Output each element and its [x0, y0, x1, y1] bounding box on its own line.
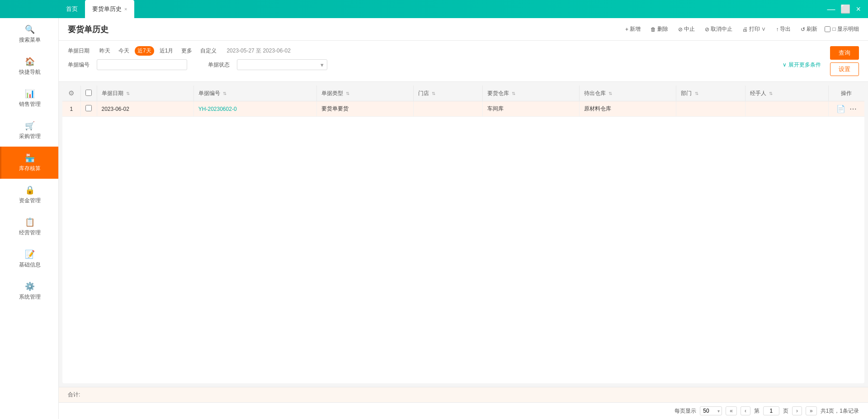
custom-shortcut[interactable]: 自定义: [198, 46, 219, 56]
col-pending-warehouse: 待出仓库 ⇅: [580, 86, 676, 101]
quick-nav-icon: 🏠: [25, 57, 35, 67]
export-icon: ↑: [776, 26, 778, 33]
row-store: [414, 101, 483, 117]
tab-requisition-history[interactable]: 要货单历史 ×: [85, 0, 134, 18]
first-page-btn[interactable]: «: [726, 406, 737, 415]
table-header-row: ⚙ 单据日期 ⇅ 单据编号 ⇅: [62, 86, 864, 101]
page-title: 要货单历史: [68, 24, 108, 35]
col-doc-date: 单据日期 ⇅: [97, 86, 193, 101]
date-range-text: 2023-05-27 至 2023-06-02: [226, 47, 290, 55]
col-ops: 操作: [828, 86, 864, 101]
col-handler: 经手人 ⇅: [745, 86, 828, 101]
row-ops: 📄 ⋯: [828, 101, 864, 117]
settings-button[interactable]: 设置: [830, 62, 859, 76]
table-footer: 合计:: [59, 387, 868, 402]
doc-status-select[interactable]: [237, 59, 327, 70]
sidebar-item-finance-mgmt[interactable]: 🔒 资金管理: [0, 179, 58, 211]
col-check: [80, 86, 97, 101]
store-sort-icon[interactable]: ⇅: [432, 91, 435, 96]
add-button[interactable]: + 新增: [623, 24, 643, 35]
sidebar-item-basic-info[interactable]: 📝 基础信息: [0, 243, 58, 275]
pagination: 每页显示 20 50 100 « ‹ 第 页 › » 共1页，1条记录: [59, 402, 868, 419]
doc-no-sort-icon[interactable]: ⇅: [223, 91, 226, 96]
today-shortcut[interactable]: 今天: [116, 46, 132, 56]
more-shortcut[interactable]: 更多: [179, 46, 195, 56]
doc-date-sort-icon[interactable]: ⇅: [126, 91, 130, 96]
sidebar-item-purchase-mgmt[interactable]: 🛒 采购管理: [0, 114, 58, 147]
view-op-icon[interactable]: 📄: [836, 105, 845, 113]
col-dept: 部门 ⇅: [676, 86, 745, 101]
export-button[interactable]: ↑ 导出: [773, 24, 793, 35]
refresh-button[interactable]: ↺ 刷新: [798, 24, 820, 35]
yesterday-shortcut[interactable]: 昨天: [97, 46, 113, 56]
doc-no-link[interactable]: YH-20230602-0: [198, 106, 237, 112]
col-req-warehouse: 要货仓库 ⇅: [482, 86, 579, 101]
close-window-icon[interactable]: ×: [856, 5, 861, 14]
print-button[interactable]: 🖨 打印 ∨: [740, 24, 769, 35]
page-input[interactable]: [763, 406, 779, 415]
doc-number-label: 单据编号: [68, 61, 90, 69]
summary-label: 合计:: [68, 391, 80, 398]
query-button[interactable]: 查询: [830, 46, 859, 60]
data-table: ⚙ 单据日期 ⇅ 单据编号 ⇅: [62, 86, 864, 117]
doc-type-sort-icon[interactable]: ⇅: [346, 91, 349, 96]
doc-number-input[interactable]: [97, 59, 187, 70]
last-page-btn[interactable]: »: [806, 406, 817, 415]
gear-icon[interactable]: ⚙: [68, 89, 74, 97]
display-detail-button[interactable]: □ 显示明细: [825, 25, 859, 33]
col-doc-no: 单据编号 ⇅: [193, 86, 316, 101]
search-menu-icon: 🔍: [25, 24, 35, 34]
handler-sort-icon[interactable]: ⇅: [769, 91, 773, 96]
display-detail-checkbox[interactable]: [825, 26, 830, 32]
stop-button[interactable]: ⊘ 中止: [675, 24, 698, 35]
col-doc-type: 单据类型 ⇅: [316, 86, 413, 101]
print-icon: 🖨: [742, 26, 748, 33]
basic-info-icon: 📝: [25, 249, 35, 259]
req-warehouse-sort-icon[interactable]: ⇅: [512, 91, 515, 96]
header-actions: + 新增 🗑 删除 ⊘ 中止 ⊘ 取消中止 🖨 打印 ∨: [623, 24, 859, 35]
cancel-stop-button[interactable]: ⊘ 取消中止: [702, 24, 735, 35]
filter-btns: 查询 设置: [830, 46, 859, 76]
expand-more-btn[interactable]: ∨ 展开更多条件: [783, 61, 821, 69]
select-all-checkbox[interactable]: [85, 90, 92, 96]
top-bar: 首页 要货单历史 × — ⬜ ×: [0, 0, 868, 18]
row-req-warehouse: 车间库: [482, 101, 579, 117]
content-area: 要货单历史 + 新增 🗑 删除 ⊘ 中止 ⊘ 取消中止: [59, 18, 868, 419]
dept-sort-icon[interactable]: ⇅: [695, 91, 698, 96]
prev-page-btn[interactable]: ‹: [741, 406, 750, 415]
page-header: 要货单历史 + 新增 🗑 删除 ⊘ 中止 ⊘ 取消中止: [59, 18, 868, 41]
more-op-icon[interactable]: ⋯: [849, 105, 857, 113]
date-shortcuts: 昨天 今天 近7天 近1月 更多 自定义: [97, 46, 219, 56]
sidebar-item-quick-nav[interactable]: 🏠 快捷导航: [0, 50, 58, 82]
row-doc-date: 2023-06-02: [97, 101, 193, 117]
minimize-icon[interactable]: —: [827, 5, 835, 14]
next-page-btn[interactable]: ›: [792, 406, 802, 415]
maximize-icon[interactable]: ⬜: [840, 4, 850, 14]
filter-row-docno: 单据编号 单据状态 ∨ 展开更多条件: [68, 59, 821, 70]
delete-button[interactable]: 🗑 删除: [648, 24, 671, 35]
last7-shortcut[interactable]: 近7天: [135, 46, 154, 56]
row-num: 1: [62, 101, 80, 117]
sales-mgmt-icon: 📊: [25, 89, 35, 99]
doc-status-label: 单据状态: [208, 61, 230, 69]
ops-mgmt-icon: 📋: [25, 217, 35, 227]
purchase-mgmt-icon: 🛒: [25, 121, 35, 131]
sidebar-item-search-menu[interactable]: 🔍 搜索菜单: [0, 18, 58, 50]
per-page-select[interactable]: 20 50 100: [700, 406, 722, 415]
row-doc-type: 要货单要货: [316, 101, 413, 117]
pending-warehouse-sort-icon[interactable]: ⇅: [609, 91, 612, 96]
total-info: 共1页，1条记录: [821, 407, 859, 415]
page-label-first: 第: [754, 407, 760, 415]
sidebar-item-sales-mgmt[interactable]: 📊 销售管理: [0, 82, 58, 114]
sidebar-item-sys-mgmt[interactable]: ⚙️ 系统管理: [0, 275, 58, 307]
tab-home[interactable]: 首页: [59, 0, 85, 18]
row-handler: [745, 101, 828, 117]
row-checkbox[interactable]: [85, 105, 92, 111]
sidebar-item-inventory[interactable]: 🏪 库存核算: [0, 147, 58, 179]
delete-icon: 🗑: [651, 26, 656, 33]
sidebar-item-ops-mgmt[interactable]: 📋 经营管理: [0, 211, 58, 243]
close-tab-icon[interactable]: ×: [124, 6, 127, 12]
sidebar: 🔍 搜索菜单 🏠 快捷导航 📊 销售管理 🛒 采购管理 🏪 库存核算 🔒 资金管…: [0, 18, 59, 419]
last-month-shortcut[interactable]: 近1月: [157, 46, 176, 56]
stop-icon: ⊘: [678, 26, 683, 33]
